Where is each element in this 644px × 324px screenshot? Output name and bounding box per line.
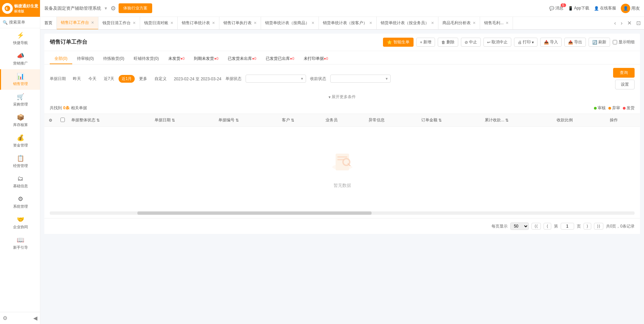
sort-staff[interactable]: 业务员 <box>326 117 363 123</box>
subtab-shipped-out[interactable]: 已发货已出库●0 <box>261 54 299 64</box>
subtab-shipped-not-out[interactable]: 已发货未出库●0 <box>223 54 261 64</box>
sidebar-item-nav[interactable]: ⚡ 快捷导航 <box>0 28 40 49</box>
page-suffix: 页 <box>577 224 581 229</box>
sort-number[interactable]: 单据编号 ⇅ <box>218 117 276 123</box>
sidebar-item-collab[interactable]: 🤝 企业协同 <box>0 212 40 233</box>
page-input[interactable] <box>561 223 574 230</box>
tab-daily-reconcile[interactable]: 钱货日清对账 ✕ <box>140 17 178 30</box>
tab-close-icon[interactable]: ✕ <box>170 21 173 25</box>
per-page-select[interactable]: 50 100 200 <box>510 222 529 230</box>
print-button[interactable]: 🖨 打印 ▾ <box>514 38 538 47</box>
sidebar-item-sales[interactable]: 📊 销售管理 <box>0 69 40 90</box>
add-button[interactable]: + 新增 <box>416 38 435 47</box>
select-all-checkbox[interactable] <box>60 118 65 122</box>
tab-close-icon[interactable]: ✕ <box>506 21 509 25</box>
subtab-all[interactable]: 全部(0) <box>50 54 72 64</box>
tab-restore-icon[interactable]: ⊡ <box>634 19 643 27</box>
tab-sales-stats[interactable]: 销售订单统计表 ✕ <box>178 17 219 30</box>
page-first-btn[interactable]: ⟨⟨ <box>531 223 541 230</box>
tab-daily-clear[interactable]: 钱货日清工作台 ✕ <box>98 17 140 30</box>
th-checkbox[interactable] <box>56 114 69 127</box>
tab-close-icon[interactable]: ✕ <box>369 21 372 25</box>
sidebar-item-marketing[interactable]: 📣 营销推广 <box>0 49 40 69</box>
subtab-unprinted[interactable]: 未打印单据●0 <box>299 54 333 64</box>
date-today-btn[interactable]: 今天 <box>85 75 99 83</box>
user-item[interactable]: 👤 用友 <box>621 4 640 13</box>
settings-button[interactable]: 设置 <box>615 80 635 89</box>
sidebar-item-inventory[interactable]: 📦 库存核算 <box>0 110 40 131</box>
sidebar-item-guide[interactable]: 📖 新手引导 <box>0 233 40 253</box>
delete-button[interactable]: 🗑 删除 <box>438 38 458 47</box>
tab-scroll-left-icon[interactable]: ‹ <box>612 19 618 27</box>
tab-close-icon[interactable]: ✕ <box>254 21 257 25</box>
page-last-btn[interactable]: ⟩⟩ <box>594 223 603 230</box>
add-icon: + <box>420 40 422 45</box>
sort-received[interactable]: 累计收款... ⇅ <box>485 117 551 123</box>
tab-close-icon[interactable]: ✕ <box>212 21 215 25</box>
approve-btn[interactable]: 审核 <box>594 105 606 111</box>
sidebar-item-purchase[interactable]: 🛒 采购管理 <box>0 90 40 110</box>
sidebar-item-basic[interactable]: 🗂 基础信息 <box>0 172 40 192</box>
settings-icon[interactable]: ⚙ <box>3 315 7 321</box>
tab-close-icon[interactable]: ✕ <box>431 21 434 25</box>
tab-sales-by-customer[interactable]: 销货单统计表（按客户） ✕ <box>319 17 377 30</box>
import-button[interactable]: 📥 导入 <box>540 38 562 47</box>
sidebar-item-finance[interactable]: 💰 资金管理 <box>0 131 40 151</box>
th-settings[interactable]: ⚙ <box>44 114 56 127</box>
sort-date[interactable]: 单据日期 ⇅ <box>155 117 213 123</box>
cancel-stop-button[interactable]: ↩ 取消中止 <box>483 38 511 47</box>
subtab-overdue[interactable]: 到期未发货●0 <box>189 54 223 64</box>
stop-button[interactable]: ⊘ 中止 <box>461 38 481 47</box>
sort-status[interactable]: 单据整体状态 ⇅ <box>71 117 149 123</box>
horizontal-scrollbar[interactable] <box>50 211 635 215</box>
reject-btn[interactable]: 弃审 <box>608 105 620 111</box>
expand-btn[interactable]: ▾ 展开更多条件 <box>329 94 356 100</box>
date-1month-btn[interactable]: 近1月 <box>119 75 135 83</box>
collapse-icon[interactable]: ◀ <box>33 315 37 321</box>
subtab-pending[interactable]: 待审核(0) <box>72 54 99 64</box>
payment-filter-select[interactable]: ▾ <box>330 75 391 83</box>
sidebar-item-management[interactable]: 📋 经营管理 <box>0 151 40 172</box>
smart-gen-button[interactable]: ⭐ 智能生单 <box>383 38 414 47</box>
date-custom-btn[interactable]: 自定义 <box>152 75 170 83</box>
tab-profit-analysis[interactable]: 商品毛利分析表 ✕ <box>438 17 480 30</box>
tab-close-icon[interactable]: ✕ <box>311 21 314 25</box>
date-7days-btn[interactable]: 近7天 <box>101 75 117 83</box>
tab-sales-exec[interactable]: 销售订单执行表 ✕ <box>219 17 261 30</box>
page-prev-btn[interactable]: ⟨ <box>544 223 551 230</box>
show-detail-checkbox[interactable]: 显示明细 <box>613 39 635 45</box>
tab-close-icon[interactable]: ✕ <box>91 21 94 25</box>
refresh-button[interactable]: 🔄 刷新 <box>589 38 610 47</box>
sort-amount[interactable]: 订单金额 ⇅ <box>421 117 479 123</box>
sidebar-item-system[interactable]: ⚙ 系统管理 <box>0 192 40 212</box>
search-menu-item[interactable]: 🔍 搜索菜单 <box>0 17 40 28</box>
query-button[interactable]: 查询 <box>613 68 635 78</box>
tab-sales-workbench[interactable]: 销售订单工作台 ✕ <box>57 17 98 30</box>
date-yesterday-btn[interactable]: 昨天 <box>70 75 84 83</box>
topbar-settings-icon[interactable]: ⚙ <box>111 5 116 12</box>
tab-home[interactable]: 首页 <box>40 17 57 30</box>
show-detail-input[interactable] <box>613 40 617 44</box>
tab-sales-by-staff[interactable]: 销货单统计表（按业务员） ✕ <box>377 17 438 30</box>
message-item[interactable]: 💬 6 消息 <box>549 5 563 11</box>
status-filter-select[interactable]: ▾ <box>246 75 306 83</box>
date-more-btn[interactable]: 更多 <box>136 75 150 83</box>
tab-close-icon[interactable]: ✕ <box>473 21 476 25</box>
online-service-item[interactable]: 👤 在线客服 <box>594 5 616 11</box>
app-download-item[interactable]: 📱 App下载 <box>568 5 589 11</box>
subtab-unshipped[interactable]: 未发货●0 <box>164 54 189 64</box>
subtab-wangpu[interactable]: 旺铺待发货(0) <box>129 54 164 64</box>
page-next-btn[interactable]: ⟩ <box>584 223 591 230</box>
subtab-pick[interactable]: 待拣验货(0) <box>98 54 129 64</box>
scrollbar-thumb[interactable] <box>137 211 371 215</box>
sort-customer[interactable]: 客户 ⇅ <box>282 117 320 123</box>
subtab-label: 已发货未出库 <box>228 56 252 61</box>
export-button[interactable]: 📤 导出 <box>564 38 586 47</box>
tab-sales-profit[interactable]: 销售毛利... ✕ <box>480 17 513 30</box>
ship-btn[interactable]: 发货 <box>623 105 635 111</box>
tab-close-all-icon[interactable]: ✕ <box>625 19 634 27</box>
tab-close-icon[interactable]: ✕ <box>133 21 136 25</box>
tab-sales-by-product[interactable]: 销货单统计表（按商品） ✕ <box>261 17 319 30</box>
industry-btn[interactable]: 体验行业方案 <box>119 3 152 13</box>
tab-scroll-right-icon[interactable]: › <box>619 19 625 27</box>
